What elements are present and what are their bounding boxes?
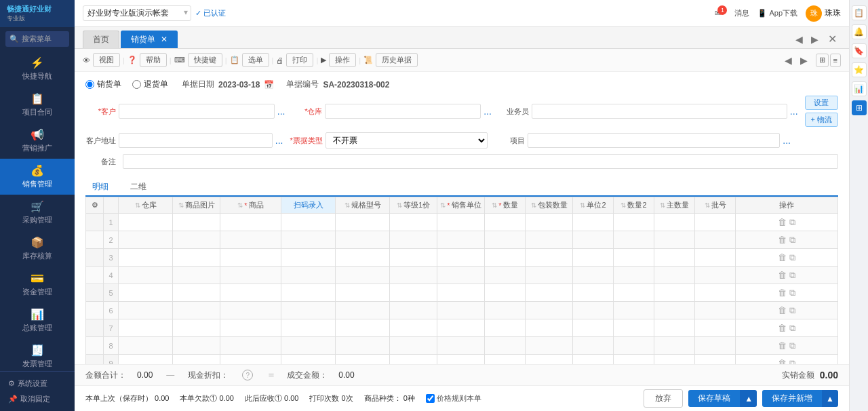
- sidebar-item-invoice[interactable]: 🧾 发票管理: [0, 338, 75, 371]
- cell-qty[interactable]: [485, 302, 526, 319]
- cell-unit2[interactable]: [573, 214, 614, 231]
- cell-qty2[interactable]: [614, 267, 654, 284]
- right-btn-6[interactable]: ⊞: [852, 100, 867, 115]
- save-draft-button[interactable]: 保存草稿: [688, 390, 740, 407]
- sidebar-item-sales[interactable]: 💰 销售管理: [0, 159, 75, 195]
- radio-return[interactable]: 退货单: [132, 79, 168, 90]
- row-copy-btn[interactable]: ⧉: [789, 235, 795, 246]
- cell-product[interactable]: [220, 267, 281, 284]
- cell-qty2[interactable]: [614, 284, 654, 302]
- cell-image[interactable]: [173, 284, 220, 302]
- tab-close-button[interactable]: ✕: [824, 31, 841, 47]
- radio-sales[interactable]: 销货单: [85, 79, 121, 90]
- th-product[interactable]: ⇅*商品: [220, 197, 281, 214]
- th-unit[interactable]: ⇅*销售单位: [437, 197, 485, 214]
- warehouse-input[interactable]: 小宝仓库: [325, 104, 481, 119]
- cell-product[interactable]: [220, 302, 281, 319]
- right-btn-5[interactable]: 📊: [852, 81, 867, 96]
- remark-input[interactable]: [123, 154, 838, 169]
- cell-main-qty[interactable]: [654, 267, 695, 284]
- cell-qty[interactable]: [485, 319, 526, 337]
- project-ellipsis[interactable]: ...: [783, 135, 791, 146]
- cell-qty[interactable]: [485, 337, 526, 355]
- cell-qty2[interactable]: [614, 337, 654, 355]
- row-delete-btn[interactable]: 🗑: [778, 270, 787, 281]
- th-qty[interactable]: ⇅*数量: [485, 197, 526, 214]
- cell-image[interactable]: [173, 319, 220, 337]
- row-delete-btn[interactable]: 🗑: [778, 235, 787, 246]
- cell-scan[interactable]: [281, 267, 336, 284]
- th-unit2[interactable]: ⇅单位2: [573, 197, 614, 214]
- cell-product[interactable]: [220, 337, 281, 355]
- address-ellipsis[interactable]: ...: [275, 135, 283, 146]
- data-table-wrapper[interactable]: ⚙ ⇅仓库 ⇅商品图片 ⇅*商品: [85, 197, 838, 364]
- cell-unit[interactable]: [437, 302, 485, 319]
- table-tab-2d[interactable]: 二维: [123, 178, 153, 195]
- cell-unit[interactable]: [437, 284, 485, 302]
- cell-unit[interactable]: [437, 214, 485, 231]
- cell-qty[interactable]: [485, 355, 526, 365]
- app-download-action[interactable]: 📱 App下载: [757, 8, 797, 18]
- row-delete-btn[interactable]: 🗑: [778, 340, 787, 351]
- customer-ellipsis[interactable]: ...: [277, 106, 285, 117]
- cell-main-qty[interactable]: [654, 319, 695, 337]
- cell-qty2[interactable]: [614, 231, 654, 249]
- warehouse-ellipsis[interactable]: ...: [484, 106, 492, 117]
- cell-product[interactable]: [220, 214, 281, 231]
- cell-warehouse[interactable]: [119, 267, 173, 284]
- message-action[interactable]: ✉ 1 消息: [715, 8, 749, 18]
- cell-unit2[interactable]: [573, 231, 614, 249]
- cell-product[interactable]: [220, 249, 281, 267]
- cell-price1[interactable]: [390, 249, 437, 267]
- table-tab-detail[interactable]: 明细: [85, 178, 115, 197]
- user-menu[interactable]: 珠 珠珠: [806, 5, 841, 22]
- cell-main-qty[interactable]: [654, 231, 695, 249]
- cell-warehouse[interactable]: [119, 319, 173, 337]
- cell-price1[interactable]: [390, 337, 437, 355]
- cell-main-qty[interactable]: [654, 355, 695, 365]
- cell-image[interactable]: [173, 267, 220, 284]
- cell-qty2[interactable]: [614, 302, 654, 319]
- select-button[interactable]: 选单: [242, 53, 269, 67]
- list-view-button[interactable]: ≡: [830, 54, 841, 67]
- th-spec[interactable]: ⇅规格型号: [336, 197, 390, 214]
- cell-main-qty[interactable]: [654, 214, 695, 231]
- cell-batch[interactable]: [695, 284, 736, 302]
- cell-image[interactable]: [173, 231, 220, 249]
- logistics-button[interactable]: + 物流: [805, 113, 838, 127]
- cell-product[interactable]: [220, 284, 281, 302]
- cell-unit2[interactable]: [573, 302, 614, 319]
- cell-qty2[interactable]: [614, 249, 654, 267]
- cell-batch[interactable]: [695, 319, 736, 337]
- cell-batch[interactable]: [695, 249, 736, 267]
- sidebar-search[interactable]: 🔍 搜索菜单: [0, 27, 75, 51]
- cell-unit[interactable]: [437, 267, 485, 284]
- cell-main-qty[interactable]: [654, 337, 695, 355]
- th-warehouse[interactable]: ⇅仓库: [119, 197, 173, 214]
- cell-pkg-qty[interactable]: [526, 214, 573, 231]
- cell-price1[interactable]: [390, 355, 437, 365]
- row-delete-btn[interactable]: 🗑: [778, 305, 787, 316]
- sidebar-item-pin[interactable]: 📌 取消固定: [4, 391, 71, 407]
- cell-unit2[interactable]: [573, 355, 614, 365]
- cell-spec[interactable]: [336, 214, 390, 231]
- cell-image[interactable]: [173, 214, 220, 231]
- row-copy-btn[interactable]: ⧉: [789, 358, 795, 365]
- cell-warehouse[interactable]: [119, 355, 173, 365]
- cell-price1[interactable]: [390, 267, 437, 284]
- cell-warehouse[interactable]: [119, 302, 173, 319]
- cell-image[interactable]: [173, 302, 220, 319]
- cell-scan[interactable]: [281, 355, 336, 365]
- cell-spec[interactable]: [336, 302, 390, 319]
- cell-scan[interactable]: [281, 231, 336, 249]
- cell-spec[interactable]: [336, 284, 390, 302]
- cell-batch[interactable]: [695, 355, 736, 365]
- cell-pkg-qty[interactable]: [526, 337, 573, 355]
- row-copy-btn[interactable]: ⧉: [789, 288, 795, 298]
- row-copy-btn[interactable]: ⧉: [789, 340, 795, 351]
- cell-price1[interactable]: [390, 319, 437, 337]
- calendar-icon[interactable]: 📅: [264, 80, 274, 90]
- cell-qty2[interactable]: [614, 214, 654, 231]
- th-price1[interactable]: ⇅等级1价: [390, 197, 437, 214]
- cell-batch[interactable]: [695, 337, 736, 355]
